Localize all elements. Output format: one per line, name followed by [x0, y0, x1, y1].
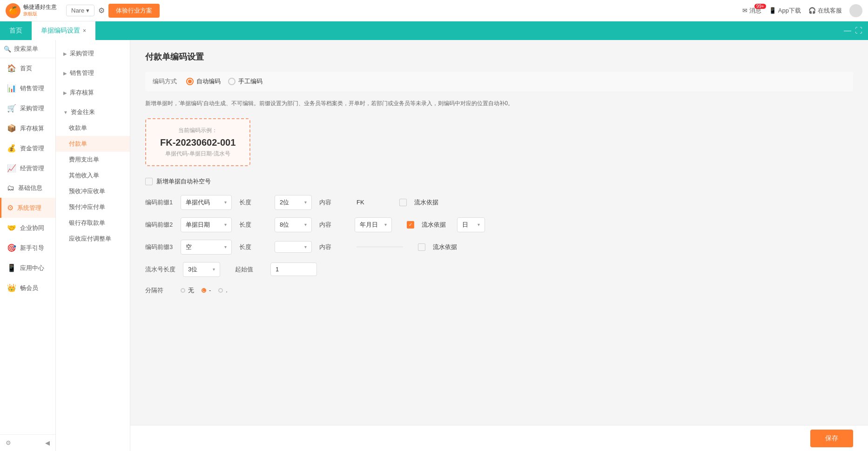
sub-item-expense[interactable]: 费用支出单 — [56, 152, 130, 168]
length2-select[interactable]: 8位 ▾ — [275, 217, 312, 232]
sidebar-item-cooperation-label: 企业协同 — [20, 224, 44, 232]
operations-icon: 📈 — [7, 164, 16, 173]
company-selector[interactable]: Nare ▾ — [66, 5, 94, 16]
sep-none-label: 无 — [188, 286, 194, 295]
sub-group-sales-header[interactable]: ▶ 销售管理 — [56, 65, 130, 81]
sidebar-item-finance[interactable]: 💰 资金管理 — [0, 138, 55, 158]
prefix2-select[interactable]: 单据日期 ▾ — [181, 217, 232, 232]
auto-fill-checkbox[interactable] — [145, 178, 153, 185]
online-service-label: 在线客服 — [818, 7, 842, 15]
sidebar-item-system[interactable]: ⚙ 系统管理 — [0, 198, 55, 218]
content2-arrow: ▾ — [384, 222, 387, 227]
prefix1-select[interactable]: 单据代码 ▾ — [181, 195, 232, 210]
prefix2-value: 单据日期 — [186, 221, 210, 229]
auto-code-radio-circle — [186, 78, 194, 85]
serial-length-select[interactable]: 3位 ▾ — [183, 262, 220, 277]
sep-dash-label: - — [209, 287, 211, 294]
online-service-btn[interactable]: 🎧 在线客服 — [808, 7, 842, 15]
tab-home[interactable]: 首页 — [0, 21, 32, 40]
sidebar-item-operations[interactable]: 📈 经营管理 — [0, 158, 55, 178]
nav-tabs: 首页 单据编码设置 × — ⛶ — [0, 21, 868, 40]
sidebar-item-home[interactable]: 🏠 首页 — [0, 58, 55, 78]
serial-follow2-checkbox[interactable]: ✓ — [407, 221, 414, 229]
message-btn[interactable]: ✉ 消息 99+ — [742, 7, 761, 15]
trial-btn[interactable]: 体验行业方案 — [108, 4, 160, 18]
tab-voucher-code[interactable]: 单据编码设置 × — [32, 21, 95, 40]
code-preview: 当前编码示例： FK-20230602-001 单据代码-单据日期-流水号 — [145, 118, 250, 166]
bottom-bar: 保存 — [130, 425, 868, 451]
prefix1-arrow: ▾ — [224, 200, 227, 205]
prefix2-arrow: ▾ — [224, 222, 227, 227]
collapse-arrow-sales: ▶ — [63, 71, 67, 76]
content1-value: FK — [357, 199, 384, 206]
serial-unit-arrow: ▾ — [478, 222, 480, 227]
sidebar-item-guide-label: 新手引导 — [20, 244, 44, 252]
serial-follow3-checkbox[interactable] — [418, 243, 425, 251]
sub-group-sales: ▶ 销售管理 — [56, 63, 130, 83]
sep-dot-circle — [218, 288, 223, 293]
sidebar-collapse-icon[interactable]: ◀ — [45, 439, 50, 446]
settings-icon[interactable]: ⚙ — [98, 6, 105, 15]
sub-item-payment[interactable]: 付款单 — [56, 136, 130, 152]
sidebar-item-inventory-label: 库存核算 — [20, 124, 44, 133]
sidebar-item-finance-label: 资金管理 — [20, 144, 44, 153]
sub-item-prepay-receipt[interactable]: 预收冲应收单 — [56, 183, 130, 199]
sep-dash-radio[interactable]: - — [202, 287, 211, 294]
sub-group-inventory: ▶ 库存核算 — [56, 83, 130, 102]
manual-code-radio[interactable]: 手工编码 — [228, 77, 262, 86]
chevron-down-icon: ▾ — [86, 7, 89, 14]
sidebar-settings-icon[interactable]: ⚙ — [6, 439, 11, 446]
sub-group-inventory-header[interactable]: ▶ 库存核算 — [56, 85, 130, 101]
length1-select[interactable]: 2位 ▾ — [275, 195, 312, 210]
sub-item-prepay-payment[interactable]: 预付冲应付单 — [56, 199, 130, 215]
minimize-icon[interactable]: — — [844, 27, 851, 35]
sidebar-bottom: ⚙ ◀ — [0, 434, 55, 451]
length3-select[interactable]: ▾ — [275, 241, 312, 253]
sidebar-item-member[interactable]: 👑 畅会员 — [0, 278, 55, 298]
sep-dash-dot — [202, 288, 206, 293]
company-name: Nare — [71, 7, 84, 14]
sidebar-item-sales-label: 销售管理 — [20, 84, 44, 93]
sub-group-inventory-label: 库存核算 — [70, 88, 94, 97]
sidebar-item-sales[interactable]: 📊 销售管理 — [0, 78, 55, 98]
sidebar-item-inventory[interactable]: 📦 库存核算 — [0, 118, 55, 138]
sidebar-item-appcenter[interactable]: 📱 应用中心 — [0, 258, 55, 278]
serial-length-value: 3位 — [188, 265, 197, 274]
auto-fill-label: 新增单据自动补空号 — [156, 177, 211, 186]
mobile-icon: 📱 — [769, 7, 776, 14]
sub-group-purchase-header[interactable]: ▶ 采购管理 — [56, 46, 130, 61]
serial-follow1-checkbox[interactable] — [399, 199, 407, 206]
sep-none-radio[interactable]: 无 — [181, 286, 194, 295]
cooperation-icon: 🤝 — [7, 223, 16, 232]
start-value-input[interactable] — [270, 263, 317, 276]
sidebar-item-guide[interactable]: 🎯 新手引导 — [0, 238, 55, 258]
collapse-arrow-purchase: ▶ — [63, 51, 67, 56]
user-avatar[interactable] — [849, 4, 862, 17]
sub-item-receipt[interactable]: 收款单 — [56, 120, 130, 136]
sub-item-bank-deposit[interactable]: 银行存取款单 — [56, 215, 130, 231]
maximize-icon[interactable]: ⛶ — [855, 27, 862, 35]
auto-code-radio[interactable]: 自动编码 — [186, 77, 221, 86]
prefix3-label: 编码前缀3 — [145, 243, 173, 251]
sub-item-other-income[interactable]: 其他收入单 — [56, 168, 130, 183]
sidebar-item-base[interactable]: 🗂 基础信息 — [0, 178, 55, 198]
system-icon: ⚙ — [7, 203, 13, 212]
content1-label: 内容 — [319, 198, 347, 207]
tab-close-icon[interactable]: × — [83, 27, 86, 34]
content2-select[interactable]: 年月日 ▾ — [355, 217, 392, 232]
prefix3-select[interactable]: 空 ▾ — [181, 240, 232, 255]
nav-right-btns: — ⛶ — [844, 27, 868, 35]
search-icon: 🔍 — [4, 46, 11, 53]
code-preview-value: FK-20230602-001 — [160, 137, 236, 148]
sidebar-item-purchase-label: 采购管理 — [20, 104, 44, 113]
save-button[interactable]: 保存 — [810, 430, 853, 447]
sidebar-item-cooperation[interactable]: 🤝 企业协同 — [0, 218, 55, 238]
serial-follow2-unit-select[interactable]: 日 ▾ — [457, 217, 485, 232]
sep-dot-radio[interactable]: . — [218, 287, 228, 294]
sub-item-ar-ap-adjust[interactable]: 应收应付调整单 — [56, 231, 130, 247]
sidebar-search[interactable]: 🔍 搜索菜单 — [0, 40, 55, 58]
content-area: 付款单编码设置 编码方式 自动编码 手工编码 新增单据时，'单据编码'自动生成、… — [130, 40, 868, 451]
sidebar-item-purchase[interactable]: 🛒 采购管理 — [0, 98, 55, 118]
app-download-btn[interactable]: 📱 App下载 — [769, 7, 801, 15]
sub-group-finance-header[interactable]: ▼ 资金往来 — [56, 104, 130, 120]
